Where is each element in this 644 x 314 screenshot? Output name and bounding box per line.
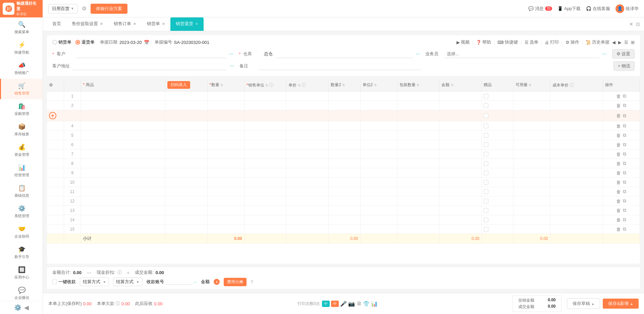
warehouse-input[interactable] [275, 50, 413, 58]
product-input-1[interactable] [83, 93, 163, 99]
payment-help-icon[interactable]: ? [251, 279, 253, 285]
customer-input[interactable] [76, 50, 226, 58]
sidebar-item-enterprise[interactable]: 🤝 企业协同 [0, 222, 43, 242]
sidebar-item-sales[interactable]: 🛒 销售管理 [0, 79, 43, 99]
footer-icon-1[interactable]: 中 [322, 301, 330, 307]
copy-row-14-icon[interactable]: ⧉ [623, 217, 626, 223]
save-new-btn[interactable]: 保存&新增 ▲ [603, 299, 639, 309]
remarks-input[interactable] [259, 62, 421, 70]
address-input[interactable] [72, 62, 227, 70]
copy-row-12-icon[interactable]: ⧉ [623, 198, 626, 204]
amount-sort-icon[interactable]: ⇅ [451, 83, 453, 87]
customer-select-icon[interactable]: ··· [229, 51, 233, 57]
gift-checkbox-9[interactable] [484, 171, 488, 175]
qty2-sort-icon[interactable]: ⇅ [342, 83, 345, 87]
sidebar-item-appstore[interactable]: 🔲 应用中心 [0, 263, 43, 283]
gift-checkbox-7[interactable] [484, 152, 488, 156]
radio-return[interactable]: 退货单 [75, 39, 95, 45]
copy-row-11-icon[interactable]: ⧉ [623, 189, 626, 194]
gift-checkbox-13[interactable] [484, 208, 488, 213]
staff-select-icon[interactable]: ··· [602, 51, 606, 57]
tab-sales-order[interactable]: 销售订单 ✕ [108, 17, 142, 31]
toolbar-print-btn[interactable]: 🖨 打印 [545, 39, 559, 45]
app-download-btn[interactable]: 📱 App下载 [557, 6, 581, 12]
sidebar-item-purchase[interactable]: 🛍️ 采购管理 [0, 99, 43, 120]
price-sort-icon[interactable]: ⇅ [298, 83, 301, 87]
qty-sort-icon[interactable]: ⇅ [220, 83, 223, 87]
tab-sales-return-close[interactable]: ✕ [195, 22, 198, 26]
tab-sales-return[interactable]: 销货退货 ✕ [170, 17, 204, 31]
save-draft-btn[interactable]: 保存草稿 ▲ [567, 298, 600, 309]
experience-btn[interactable]: 体验行业方案 [91, 4, 127, 14]
sidebar-item-system[interactable]: ⚙️ 系统管理 [0, 201, 43, 222]
gift-checkbox-2[interactable] [484, 103, 488, 108]
copy-row-13-icon[interactable]: ⧉ [623, 207, 626, 213]
gift-checkbox-10[interactable] [484, 180, 488, 185]
add-row-btn[interactable]: + [49, 112, 56, 119]
tab-sales[interactable]: 销货单 ✕ [142, 17, 170, 31]
copy-row-10-icon[interactable]: ⧉ [623, 179, 626, 185]
sidebar-settings-icon[interactable]: ⚙️ [14, 304, 21, 311]
footer-icon-7[interactable]: 📊 [371, 301, 378, 307]
discount-info-icon[interactable]: ⓘ [117, 269, 122, 275]
scan-btn[interactable]: 扫码录入 [167, 81, 190, 89]
row-product-3[interactable] [81, 110, 165, 121]
delete-row-8-icon[interactable]: 🗑 [616, 161, 621, 166]
unit-info-icon[interactable]: ⓘ [269, 82, 273, 87]
onepay-check-box[interactable] [52, 279, 57, 284]
copy-row-4-icon[interactable]: ⧉ [623, 123, 626, 129]
toolbar-list-icon[interactable]: ☰ [624, 40, 628, 45]
gift-checkbox-8[interactable] [484, 161, 488, 166]
calc-select[interactable]: 结算方式 ▼ [113, 277, 142, 286]
copy-row-15-icon[interactable]: ⧉ [623, 226, 626, 232]
delete-row-7-icon[interactable]: 🗑 [616, 151, 621, 157]
onepay-checkbox[interactable]: 一键收款 [52, 279, 76, 285]
radio-sales[interactable]: 销货单 [52, 39, 71, 45]
gift-checkbox-4[interactable] [484, 124, 488, 128]
expand-icon[interactable]: ⊡ [636, 21, 640, 27]
current-debt-icon[interactable]: ⓘ [116, 301, 120, 307]
sidebar-item-marketing[interactable]: 📣 营销推广 [0, 58, 43, 79]
topbar-gear-icon[interactable]: ⚙ [82, 5, 87, 12]
message-btn[interactable]: 💬 消息 70 [528, 6, 552, 12]
tab-price-settings-close[interactable]: ✕ [100, 22, 103, 26]
copy-row-2-icon[interactable]: ⧉ [623, 103, 626, 108]
copy-row-1-icon[interactable]: ⧉ [623, 93, 626, 99]
sidebar-item-guide[interactable]: 🎓 新手引导 [0, 242, 43, 263]
tab-home[interactable]: 首页 [47, 17, 66, 31]
sidebar-item-operations[interactable]: 📊 经营管理 [0, 161, 43, 181]
toolbar-grid-icon[interactable]: ⊞ [631, 40, 635, 45]
copy-row-7-icon[interactable]: ⧉ [623, 151, 626, 157]
logistics-btn[interactable]: + 物流 [613, 61, 635, 71]
toolbar-history-btn[interactable]: 📜 历史单据 [586, 39, 609, 45]
online-service-btn[interactable]: 🎧 在线客服 [586, 6, 610, 12]
account-input[interactable] [165, 279, 192, 285]
gift-checkbox-1[interactable] [484, 94, 488, 99]
delete-row-5-icon[interactable]: 🗑 [616, 133, 621, 138]
gift-checkbox-6[interactable] [484, 142, 488, 147]
delete-row-15-icon[interactable]: 🗑 [616, 227, 621, 232]
tab-sales-close[interactable]: ✕ [162, 22, 165, 26]
toolbar-select-btn[interactable]: ☰ 选单 [525, 39, 538, 45]
copy-row-9-icon[interactable]: ⧉ [623, 170, 626, 176]
add-payment-btn[interactable]: + [214, 279, 220, 285]
delete-row-10-icon[interactable]: 🗑 [616, 180, 621, 185]
tab-sales-order-close[interactable]: ✕ [133, 22, 136, 26]
delete-row-12-icon[interactable]: 🗑 [616, 198, 621, 204]
delete-row-11-icon[interactable]: 🗑 [616, 189, 621, 194]
gift-checkbox-11[interactable] [484, 189, 488, 194]
footer-icon-4[interactable]: 📷 [348, 301, 355, 307]
footer-icon-2[interactable]: 中 [331, 301, 339, 307]
delete-row-6-icon[interactable]: 🗑 [616, 142, 621, 147]
close-tab-icon[interactable]: ✕ [629, 21, 633, 27]
footer-icon-5[interactable]: 🖥 [356, 301, 362, 307]
delete-row-1-icon[interactable]: 🗑 [616, 93, 621, 99]
fee-btn[interactable]: 费用分摊 [224, 278, 247, 286]
account-select-icon[interactable]: ··· [194, 279, 197, 285]
copy-row-8-icon[interactable]: ⧉ [623, 161, 626, 166]
row-product-1[interactable] [81, 91, 165, 101]
delete-row-4-icon[interactable]: 🗑 [616, 123, 621, 129]
copy-row-6-icon[interactable]: ⧉ [623, 142, 626, 147]
toolbar-next-btn[interactable]: ▶ [618, 40, 622, 45]
delete-row-9-icon[interactable]: 🗑 [616, 170, 621, 176]
